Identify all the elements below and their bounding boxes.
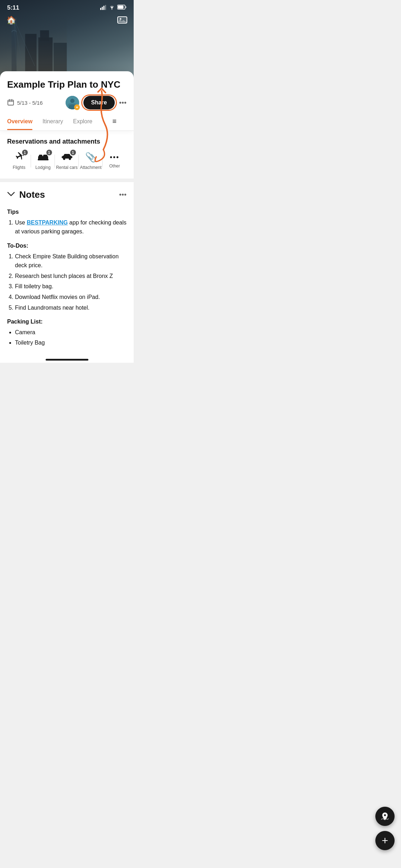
- home-indicator-bar: [46, 359, 88, 361]
- notes-tips-heading: Tips: [7, 207, 127, 217]
- flights-label: Flights: [13, 165, 25, 170]
- reservation-other[interactable]: ••• Other: [103, 153, 127, 169]
- notes-packing-item-2: Toiletry Bag: [15, 338, 127, 347]
- rental-cars-badge: 1: [70, 150, 76, 155]
- svg-rect-6: [125, 6, 127, 8]
- other-icon-wrap: •••: [110, 153, 119, 161]
- notes-content: Tips Use BESTPARKING app for checking de…: [7, 207, 127, 347]
- notes-todos-heading: To-Dos:: [7, 241, 127, 250]
- attachment-label: Attachment: [80, 165, 102, 170]
- calendar-icon: [7, 99, 14, 107]
- home-icon[interactable]: 🏠: [6, 16, 16, 26]
- notes-more-icon[interactable]: •••: [119, 191, 127, 199]
- reservation-attachment[interactable]: 📎 Attachment: [79, 152, 103, 170]
- svg-rect-1: [102, 7, 103, 10]
- battery-icon: [117, 5, 127, 11]
- trip-dates-text: 5/13 - 5/16: [17, 100, 43, 106]
- svg-point-27: [70, 99, 74, 103]
- reservation-rental-cars[interactable]: 1 Rental cars: [55, 152, 79, 170]
- notes-title: Notes: [19, 189, 45, 200]
- notes-header: Notes •••: [7, 189, 127, 200]
- signal-icon: [100, 5, 107, 11]
- reservation-items: 1 Flights 1 Lodging: [7, 152, 127, 170]
- notes-packing-list: Camera Toiletry Bag: [15, 328, 127, 347]
- svg-point-21: [120, 18, 122, 20]
- bestparking-link[interactable]: BESTPARKING: [27, 219, 68, 226]
- notes-title-row: Notes: [7, 189, 45, 200]
- svg-point-36: [63, 158, 65, 160]
- trip-dates: 5/13 - 5/16: [7, 99, 43, 107]
- svg-rect-22: [8, 100, 14, 105]
- notes-section: Notes ••• Tips Use BESTPARKING app for c…: [0, 182, 134, 356]
- svg-rect-30: [39, 155, 42, 157]
- svg-rect-33: [39, 159, 40, 160]
- reservations-title: Reservations and attachments: [7, 138, 127, 145]
- notes-tips-list: Use BESTPARKING app for checking deals a…: [15, 218, 127, 236]
- svg-rect-0: [100, 8, 101, 10]
- svg-rect-34: [46, 159, 47, 160]
- share-button[interactable]: Share: [83, 96, 115, 109]
- attachment-icon: 📎: [85, 152, 97, 162]
- lodging-label: Lodging: [35, 165, 51, 170]
- notes-todo-item-5: Find Laundromats near hotel.: [15, 303, 127, 312]
- rental-cars-icon-wrap: 1: [62, 152, 72, 163]
- home-indicator: [0, 356, 134, 363]
- avatar-star-badge: ★: [74, 104, 80, 110]
- notes-todos-list: Check Empire State Building observation …: [15, 252, 127, 312]
- main-card: Example Trip Plan to NYC 5/13 - 5/16: [0, 71, 134, 131]
- more-options-icon[interactable]: •••: [119, 99, 127, 107]
- trip-meta: 5/13 - 5/16 ★ Share •••: [7, 96, 127, 109]
- tab-itinerary[interactable]: Itinerary: [42, 113, 63, 130]
- notes-todo-item-2: Research best lunch places at Bronx Z: [15, 272, 127, 281]
- tabs: Overview Itinerary Explore ≡: [0, 112, 134, 131]
- tab-explore[interactable]: Explore: [73, 113, 92, 130]
- notes-tip-item-1: Use BESTPARKING app for checking deals a…: [15, 218, 127, 236]
- hero-nav: 🏠: [0, 16, 134, 26]
- tab-more-icon[interactable]: ≡: [112, 112, 117, 130]
- notes-todo-item-3: Fill toiletry bag.: [15, 282, 127, 291]
- rental-cars-label: Rental cars: [56, 165, 78, 170]
- trip-actions: ★ Share •••: [66, 96, 127, 109]
- svg-rect-39: [71, 156, 72, 158]
- other-icon: •••: [110, 153, 119, 161]
- status-bar: 5:11: [0, 0, 134, 14]
- lodging-icon-wrap: 1: [38, 152, 48, 163]
- svg-rect-38: [62, 156, 63, 158]
- status-icons: [100, 5, 127, 11]
- tab-overview[interactable]: Overview: [7, 113, 32, 130]
- svg-rect-2: [103, 6, 104, 10]
- svg-point-4: [112, 9, 112, 10]
- status-time: 5:11: [7, 4, 19, 11]
- section-divider: [0, 179, 134, 182]
- reservation-flights[interactable]: 1 Flights: [7, 152, 31, 170]
- attachment-icon-wrap: 📎: [85, 152, 97, 163]
- svg-point-37: [69, 158, 71, 160]
- trip-title: Example Trip Plan to NYC: [7, 79, 127, 90]
- svg-rect-31: [43, 155, 47, 157]
- lodging-badge: 1: [46, 150, 52, 155]
- chevron-down-icon[interactable]: [7, 191, 15, 198]
- flights-badge: 1: [22, 150, 28, 155]
- reservations-section: Reservations and attachments 1 Flights: [0, 131, 134, 179]
- image-icon[interactable]: [117, 16, 127, 26]
- other-label: Other: [109, 164, 120, 169]
- notes-packing-heading: Packing List:: [7, 317, 127, 326]
- svg-rect-7: [118, 6, 124, 9]
- notes-todo-item-4: Download Netflix movies on iPad.: [15, 293, 127, 302]
- notes-todo-item-1: Check Empire State Building observation …: [15, 252, 127, 270]
- reservation-lodging[interactable]: 1 Lodging: [31, 152, 55, 170]
- avatar: ★: [66, 96, 79, 109]
- flights-icon-wrap: 1: [14, 152, 24, 163]
- wifi-icon: [109, 5, 115, 11]
- notes-packing-item-1: Camera: [15, 328, 127, 337]
- svg-rect-3: [105, 5, 106, 10]
